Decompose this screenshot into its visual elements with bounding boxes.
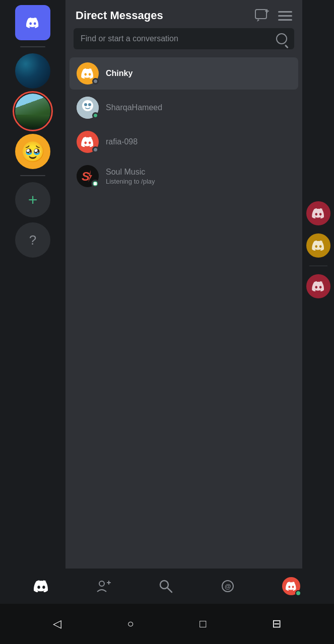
status-online [92, 112, 99, 119]
svg-text:@: @ [225, 583, 231, 590]
sidebar: 🥹 + ? [0, 0, 65, 594]
status-offline [92, 78, 99, 85]
menu-button[interactable] [278, 11, 292, 21]
nav-item-search[interactable] [159, 579, 173, 593]
conv-info-sharqa: SharqaHameed [106, 103, 291, 112]
conv-name: Chinky [106, 69, 291, 78]
status-phone [91, 180, 99, 188]
main-panel: Direct Messages [65, 0, 302, 594]
list-item[interactable]: S Soul Music Listening to /play [70, 160, 298, 192]
nav-avatar [282, 577, 300, 595]
avatar-wrapper-soul: S [77, 165, 99, 187]
svg-rect-0 [255, 10, 266, 19]
emoji-icon: 🥹 [15, 134, 50, 169]
header-icons [255, 9, 292, 22]
conv-subtitle: Listening to /play [106, 178, 291, 185]
svg-point-11 [99, 581, 104, 586]
sidebar-item-ocean[interactable] [15, 53, 50, 89]
status-offline [92, 146, 99, 153]
svg-line-15 [167, 588, 172, 592]
nav-item-friends[interactable] [96, 579, 111, 594]
avatar-wrapper-sharqa [77, 97, 99, 119]
right-panel [302, 0, 334, 594]
bottom-nav: @ [0, 569, 334, 604]
nav-status-dot [295, 590, 301, 596]
right-server-3[interactable] [306, 274, 330, 298]
android-nav: ◁ ○ □ ⊟ [0, 604, 334, 644]
nav-item-home[interactable] [34, 580, 49, 592]
conv-name: rafia-098 [106, 137, 291, 146]
plus-icon: + [28, 191, 38, 209]
right-server-2[interactable] [306, 233, 330, 258]
android-home[interactable]: ○ [127, 617, 134, 630]
avatar-wrapper-rafia [77, 131, 99, 153]
conversation-list: Chinky Sha [65, 55, 302, 594]
list-item[interactable]: SharqaHameed [70, 92, 298, 124]
sidebar-item-landscape[interactable] [15, 94, 50, 129]
svg-rect-10 [94, 182, 97, 185]
sidebar-item-dm[interactable] [15, 5, 50, 40]
sidebar-add-server[interactable]: + [15, 182, 50, 217]
new-dm-button[interactable] [255, 9, 269, 22]
svg-point-5 [84, 103, 87, 106]
dm-header: Direct Messages [65, 0, 302, 28]
conv-name: SharqaHameed [106, 103, 291, 112]
android-back[interactable]: ◁ [53, 617, 61, 630]
conv-info-chinky: Chinky [106, 69, 291, 78]
search-bar[interactable] [74, 28, 294, 49]
question-icon: ? [29, 232, 36, 248]
svg-point-6 [88, 103, 91, 106]
android-recent[interactable]: □ [199, 617, 206, 630]
sidebar-divider-2 [20, 175, 45, 176]
right-server-1[interactable] [306, 201, 330, 225]
conv-info-rafia: rafia-098 [106, 137, 291, 146]
sidebar-help[interactable]: ? [15, 222, 50, 258]
avatar-wrapper-chinky [77, 62, 99, 85]
sidebar-item-emoji[interactable]: 🥹 [15, 134, 50, 169]
right-divider [309, 266, 327, 266]
list-item[interactable]: Chinky [70, 57, 298, 90]
search-icon [276, 33, 287, 44]
search-input[interactable] [81, 34, 271, 43]
svg-point-4 [82, 100, 93, 111]
page-title: Direct Messages [76, 9, 163, 22]
conv-info-soul: Soul Music Listening to /play [106, 168, 291, 185]
android-extra[interactable]: ⊟ [272, 617, 281, 630]
nav-item-mentions[interactable]: @ [221, 579, 235, 593]
conv-name: Soul Music [106, 168, 291, 177]
nav-item-profile[interactable] [282, 577, 300, 595]
sidebar-divider-1 [20, 46, 45, 47]
list-item[interactable]: rafia-098 [70, 126, 298, 158]
svg-text:S: S [82, 170, 90, 183]
